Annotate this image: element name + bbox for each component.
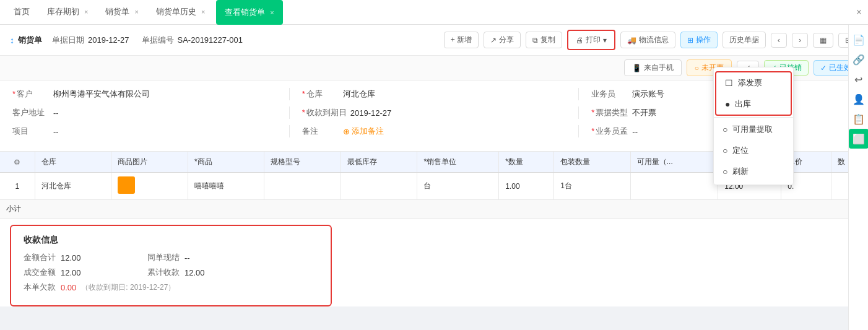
- view1-button[interactable]: ▦: [813, 33, 833, 48]
- sidebar-icon-1[interactable]: 📄: [849, 30, 869, 50]
- sidebar-icon-expand[interactable]: ⬜: [849, 129, 869, 149]
- row-available: [630, 173, 718, 200]
- from-phone-button[interactable]: 📱 来自手机: [624, 59, 682, 76]
- print-highlight-box: 🖨 打印 ▾: [567, 30, 615, 50]
- subtotal-label: 小计: [6, 204, 21, 213]
- tab-bar: 首页 库存期初 × 销货单 × 销货单历史 × 查看销货单 × ×: [0, 0, 868, 25]
- sidebar-icon-2[interactable]: 🔗: [849, 50, 869, 69]
- col-gear: ⚙: [0, 152, 35, 173]
- prev-button[interactable]: ‹: [771, 33, 787, 48]
- col-product-label: *商品: [194, 157, 212, 166]
- operations-button-label: 操作: [696, 35, 711, 45]
- payment-date-field: 收款到期日 2019-12-27: [302, 107, 566, 118]
- row-min-stock: [341, 173, 417, 200]
- dropdown-available-qty[interactable]: ○ 可用量提取: [714, 119, 793, 140]
- doc-date-label: 单据日期: [52, 35, 84, 46]
- toolbar: + 新增 ↗ 分享 ⧉ 复制 🖨 打印 ▾: [444, 30, 858, 50]
- doc-date-item: 单据日期 2019-12-27: [52, 35, 129, 46]
- tab-sales-history[interactable]: 销货单历史 ×: [147, 0, 214, 25]
- project-label: 项目: [12, 126, 50, 137]
- dropdown-refresh[interactable]: ○ 刷新: [714, 161, 793, 182]
- row-pack-qty: 1台: [554, 173, 631, 200]
- deal-amount-label: 成交金额: [24, 267, 56, 278]
- payment-date-value: 2019-12-27: [350, 108, 392, 118]
- same-order-item: 同单现结 --: [147, 252, 246, 263]
- add-invoice-label: 添发票: [738, 77, 762, 89]
- address-label: 客户地址: [12, 107, 50, 118]
- sidebar-icon-4[interactable]: 👤: [849, 89, 869, 109]
- operations-button[interactable]: ⊞ 操作: [680, 32, 718, 48]
- row-product: 嘻嘻嘻嘻: [188, 173, 264, 200]
- staff-value: 演示账号: [632, 89, 664, 100]
- doc-number-label: 单据编号: [142, 35, 174, 46]
- biz-staff-value: --: [632, 127, 638, 136]
- not-open-icon: ○: [695, 64, 699, 72]
- divider4: [578, 106, 579, 119]
- col-product-img: 商品图片: [111, 152, 188, 173]
- subtotal-row: 小计: [0, 200, 868, 219]
- add-note-label: 添加备注: [352, 126, 384, 137]
- next-icon: ›: [799, 36, 801, 45]
- tab-inventory-init-close[interactable]: ×: [84, 8, 88, 15]
- share-button[interactable]: ↗ 分享: [484, 32, 521, 48]
- page-wrapper: 首页 库存期初 × 销货单 × 销货单历史 × 查看销货单 × × ↕ 销货单: [0, 0, 868, 330]
- copy-icon: ⧉: [532, 36, 538, 45]
- tab-sales-order-close[interactable]: ×: [134, 8, 138, 15]
- customer-field: 客户 柳州粤港平安气体有限公司: [12, 89, 277, 100]
- warehouse-value: 河北仓库: [343, 89, 375, 100]
- history-button-label: 历史单据: [729, 35, 759, 45]
- doc-number-item: 单据编号 SA-20191227-001: [142, 35, 243, 46]
- col-pack-qty: 包装数量: [554, 152, 631, 173]
- tab-sales-history-close[interactable]: ×: [201, 8, 205, 15]
- copy-button[interactable]: ⧉ 复制: [526, 32, 562, 48]
- tab-inventory-init[interactable]: 库存期初 ×: [38, 0, 97, 25]
- print-button-label: 打印: [586, 35, 601, 45]
- summary-row-3: 本单欠款 0.00 （收款到期日: 2019-12-27）: [24, 282, 318, 293]
- divider6: [578, 125, 579, 137]
- print-button[interactable]: 🖨 打印 ▾: [570, 32, 613, 48]
- note-field: 备注 ⊕ 添加备注: [302, 126, 566, 137]
- project-value: --: [53, 127, 59, 136]
- view1-icon: ▦: [820, 36, 827, 45]
- tab-sales-order[interactable]: 销货单 ×: [97, 0, 147, 25]
- ticket-type-label: 票据类型: [591, 107, 628, 118]
- deal-amount-value: 12.00: [61, 268, 81, 277]
- prev-icon: ‹: [778, 36, 780, 45]
- row-product-img: [111, 173, 188, 200]
- col-warehouse: 仓库: [35, 152, 111, 173]
- tab-home[interactable]: 首页: [5, 0, 38, 25]
- dropdown-highlight-box: ☐ 添发票 ● 出库: [715, 71, 792, 116]
- new-button[interactable]: + 新增: [444, 32, 479, 48]
- next-button[interactable]: ›: [792, 33, 808, 48]
- cumulative-item: 累计收款 12.00: [147, 267, 246, 278]
- dropdown-outbound[interactable]: ● 出库: [716, 93, 791, 115]
- row-warehouse: 河北仓库: [35, 173, 111, 200]
- arrears-value: 0.00: [61, 283, 76, 292]
- sidebar-icon-3[interactable]: ↩: [849, 69, 869, 89]
- total-item: 金额合计 12.00: [24, 252, 123, 263]
- row-unit: 台: [417, 173, 499, 200]
- sidebar-icon-5[interactable]: 📋: [849, 109, 869, 129]
- phone-icon: 📱: [632, 64, 641, 72]
- total-label: 金额合计: [24, 252, 56, 263]
- summary-section: 收款信息 金额合计 12.00 同单现结 -- 成交金额 12.00 累计收款: [10, 225, 332, 306]
- available-qty-icon: ○: [723, 124, 727, 134]
- dropdown-locate[interactable]: ○ 定位: [714, 140, 793, 161]
- dropdown-add-invoice[interactable]: ☐ 添发票: [716, 72, 791, 93]
- divider2: [578, 88, 579, 100]
- history-button[interactable]: 历史单据: [723, 32, 766, 48]
- divider5: [289, 125, 290, 137]
- tab-bar-close[interactable]: ×: [856, 7, 862, 18]
- copy-button-label: 复制: [540, 35, 555, 45]
- from-phone-label: 来自手机: [644, 63, 674, 73]
- deal-amount-item: 成交金额 12.00: [24, 267, 123, 278]
- arrears-item: 本单欠款 0.00 （收款到期日: 2019-12-27）: [24, 282, 318, 293]
- outbound-label: 出库: [735, 98, 751, 110]
- summary-row-1: 金额合计 12.00 同单现结 --: [24, 252, 318, 263]
- new-button-label: + 新增: [451, 35, 472, 45]
- tab-view-sales[interactable]: 查看销货单 ×: [216, 0, 282, 25]
- add-note-btn[interactable]: ⊕ 添加备注: [343, 126, 384, 137]
- tab-view-sales-close[interactable]: ×: [270, 9, 274, 16]
- doc-header: ↕ 销货单 单据日期 2019-12-27 单据编号 SA-20191227-0…: [0, 25, 868, 56]
- logistics-button[interactable]: 🚚 物流信息: [620, 32, 675, 48]
